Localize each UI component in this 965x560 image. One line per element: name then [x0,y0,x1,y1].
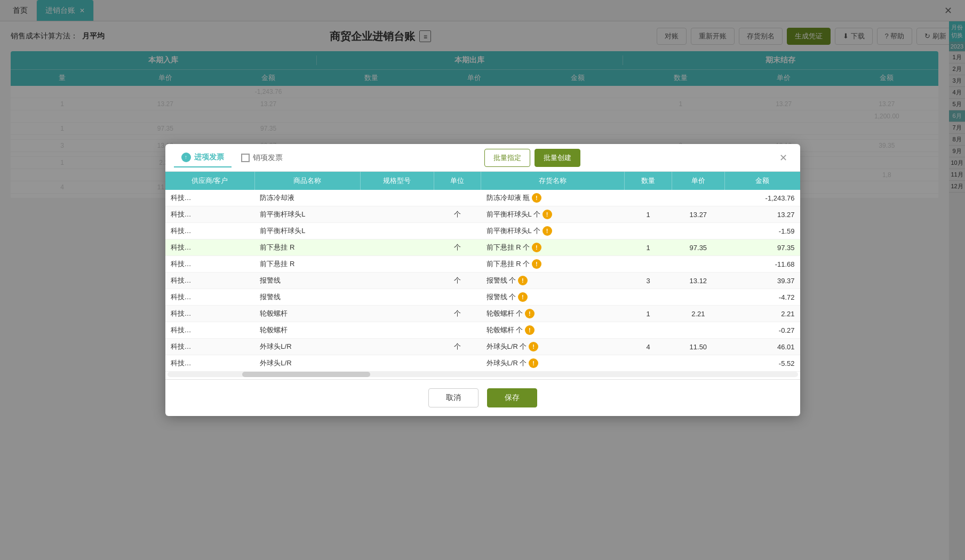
invoice-data-table: 供应商/客户 商品名称 规格型号 单位 存货名称 数量 单价 金额 科技…防冻冷… [165,172,800,372]
modal-close-button[interactable]: ✕ [775,150,792,166]
warning-icon: ! [518,292,528,302]
cancel-button[interactable]: 取消 [428,388,478,407]
batch-assign-button[interactable]: 批量指定 [484,149,530,167]
col-price: 单价 [672,172,724,190]
col-inventory: 存货名称 [481,172,625,190]
col-product: 商品名称 [254,172,360,190]
table-row: 科技…前平衡杆球头L个前平衡杆球头L 个 !113.2713.27 [165,206,800,223]
table-row: 科技…防冻冷却液防冻冷却液 瓶 !-1,243.76 [165,190,800,206]
table-row: 科技…轮毂螺杆个轮毂螺杆 个 !12.212.21 [165,306,800,322]
outbound-invoice-icon [241,154,250,162]
table-horizontal-scrollbar[interactable] [168,372,798,377]
modal-action-buttons: 批量指定 批量创建 [484,149,580,167]
table-row: 科技…前下悬挂 R个前下悬挂 R 个 !197.3597.35 [165,239,800,256]
table-scrollbar-thumb[interactable] [242,372,370,377]
warning-icon: ! [525,325,535,335]
table-row: 科技…报警线个报警线 个 !313.1239.37 [165,273,800,289]
table-row: 科技…外球头L/R外球头L/R 个 !-5.52 [165,355,800,372]
table-row: 科技…轮毂螺杆轮毂螺杆 个 !-0.27 [165,322,800,339]
modal-overlay: ↑ 进项发票 销项发票 批量指定 批量创建 ✕ 供应商 [0,0,965,560]
inbound-invoice-icon: ↑ [181,153,191,162]
outbound-invoice-label: 销项发票 [253,153,283,163]
invoice-modal: ↑ 进项发票 销项发票 批量指定 批量创建 ✕ 供应商 [165,144,800,416]
col-supplier: 供应商/客户 [165,172,255,190]
tab-inbound-invoice[interactable]: ↑ 进项发票 [174,148,232,167]
warning-icon: ! [532,243,541,252]
warning-icon: ! [525,309,535,318]
app-container: 首页 进销台账 ✕ ✕ 销售成本计算方法： 月平均 商贸企业进销台账 ≡ [0,0,965,560]
table-row: 科技…前平衡杆球头L前平衡杆球头L 个 !-1.59 [165,223,800,239]
warning-icon: ! [532,259,541,269]
table-row: 科技…外球头L/R个外球头L/R 个 !411.5046.01 [165,339,800,355]
batch-create-button[interactable]: 批量创建 [535,149,580,167]
warning-icon: ! [518,276,528,285]
col-spec: 规格型号 [361,172,434,190]
warning-icon: ! [543,210,552,219]
col-quantity: 数量 [625,172,672,190]
modal-header: ↑ 进项发票 销项发票 批量指定 批量创建 ✕ [165,144,800,172]
col-unit: 单位 [434,172,481,190]
warning-icon: ! [529,342,538,351]
inbound-invoice-label: 进项发票 [194,153,224,162]
warning-icon: ! [543,226,552,236]
save-button[interactable]: 保存 [487,388,537,407]
table-row: 科技…报警线报警线 个 !-4.72 [165,289,800,306]
modal-footer: 取消 保存 [165,379,800,416]
warning-icon: ! [532,193,541,203]
tab-outbound-invoice[interactable]: 销项发票 [234,149,290,167]
col-amount: 金额 [724,172,800,190]
table-row: 科技…前下悬挂 R前下悬挂 R 个 !-11.68 [165,256,800,273]
warning-icon: ! [529,358,538,368]
